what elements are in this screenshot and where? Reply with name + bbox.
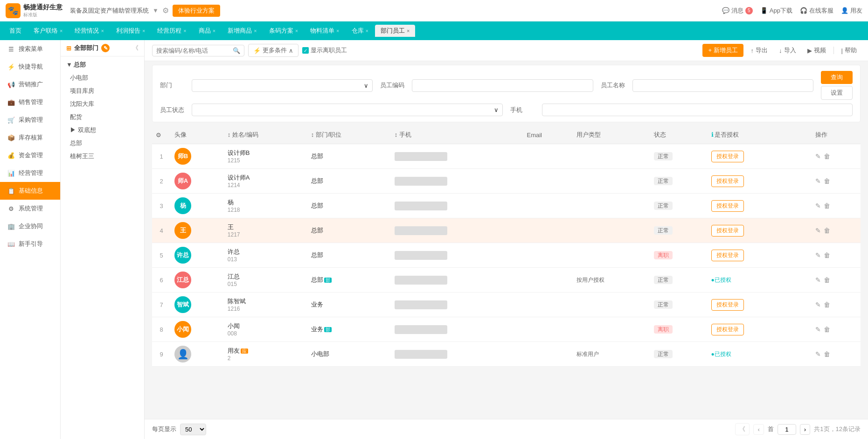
edit-icon[interactable]: ✎: [815, 227, 821, 234]
auth-login-btn[interactable]: 授权登录: [711, 225, 744, 237]
sidebar-item-operation[interactable]: 📊 经营管理: [0, 164, 60, 182]
close-icon[interactable]: ×: [254, 28, 257, 34]
sidebar-item-quick[interactable]: ⚡ 快捷导航: [0, 58, 60, 76]
filter-empname-input[interactable]: [632, 79, 813, 92]
sidebar-item-guide[interactable]: 📖 新手引导: [0, 235, 60, 253]
reset-button[interactable]: 设置: [821, 86, 853, 100]
help-btn[interactable]: | 帮助: [838, 44, 861, 56]
close-icon[interactable]: ×: [213, 28, 215, 34]
delete-icon[interactable]: 🗑: [824, 350, 830, 358]
delete-icon[interactable]: 🗑: [824, 301, 830, 308]
tab-goods[interactable]: 商品 ×: [193, 25, 221, 37]
col-name[interactable]: ↕ 姓名/编码: [224, 126, 307, 144]
sidebar-item-corp[interactable]: 🏢 企业协同: [0, 217, 60, 235]
sidebar-item-search[interactable]: ☰ 搜索菜单: [0, 40, 60, 58]
close-icon[interactable]: ×: [142, 28, 145, 34]
page-next-btn[interactable]: ›: [800, 424, 810, 435]
close-icon[interactable]: ×: [366, 28, 368, 34]
filter-more-btn[interactable]: ⚡ 更多条件 ∧: [248, 44, 299, 57]
auth-login-btn[interactable]: 授权登录: [711, 250, 744, 261]
page-prev-btn[interactable]: ‹: [753, 424, 764, 435]
close-icon[interactable]: ×: [60, 28, 62, 34]
tab-profit[interactable]: 利润报告 ×: [111, 25, 151, 37]
edit-icon[interactable]: ✎: [815, 301, 821, 308]
sidebar-item-basic[interactable]: 📋 基础信息: [0, 182, 60, 200]
filter-empcode-input[interactable]: [412, 79, 593, 92]
dept-node-zongbu[interactable]: 总部: [61, 137, 144, 150]
tab-warehouse[interactable]: 仓库 ×: [346, 25, 374, 37]
auth-login-btn[interactable]: 授权登录: [711, 324, 744, 335]
delete-icon[interactable]: 🗑: [824, 251, 830, 259]
close-icon[interactable]: ×: [101, 28, 104, 34]
tab-operation[interactable]: 经营情况 ×: [69, 25, 109, 37]
sidebar-item-purchase[interactable]: 🛒 采购管理: [0, 111, 60, 129]
app-download-btn[interactable]: 📱 App下载: [760, 7, 792, 15]
import-btn[interactable]: ↓ 导入: [775, 44, 800, 56]
dept-node-peihu[interactable]: 配货: [61, 111, 144, 124]
filter-phone-input[interactable]: [542, 104, 853, 116]
delete-icon[interactable]: 🗑: [824, 177, 830, 185]
auth-login-btn[interactable]: 授权登录: [711, 200, 744, 212]
edit-icon[interactable]: ✎: [815, 276, 821, 284]
dept-node-general[interactable]: ▼ 总部: [61, 58, 144, 71]
add-staff-button[interactable]: + 新增员工: [702, 44, 743, 57]
close-icon[interactable]: ×: [336, 28, 339, 34]
dept-collapse-btn[interactable]: 《: [132, 44, 139, 52]
export-btn[interactable]: ↑ 导出: [747, 44, 772, 56]
dropdown-icon[interactable]: ▼: [153, 7, 159, 14]
edit-icon[interactable]: ✎: [815, 350, 821, 358]
dept-node-project[interactable]: 项目库房: [61, 84, 144, 98]
show-resigned-toggle[interactable]: ✓ 显示离职员工: [302, 46, 347, 55]
delete-icon[interactable]: 🗑: [824, 153, 830, 160]
query-button[interactable]: 查询: [821, 71, 853, 84]
tab-bom[interactable]: 物料清单 ×: [305, 25, 345, 37]
col-phone[interactable]: ↕ 手机: [391, 126, 523, 144]
filter-dept-select[interactable]: ∨: [192, 79, 373, 92]
dept-node-zhishu[interactable]: 植树王三: [61, 150, 144, 163]
tab-home[interactable]: 首页: [4, 25, 27, 37]
user-btn[interactable]: 👤 用友: [841, 7, 862, 15]
tab-dept-staff[interactable]: 部门员工 ×: [375, 25, 415, 37]
edit-icon[interactable]: ✎: [815, 202, 821, 209]
delete-icon[interactable]: 🗑: [824, 227, 830, 234]
message-btn[interactable]: 💬 消息 5: [722, 7, 753, 15]
delete-icon[interactable]: 🗑: [824, 326, 830, 333]
view-btn[interactable]: ▶ 视频: [804, 44, 830, 56]
dept-node-shuangdi[interactable]: ▶ 双底想: [61, 124, 144, 137]
tab-barcode[interactable]: 条码方案 ×: [264, 25, 304, 37]
dept-node-shenyang[interactable]: 沈阳大库: [61, 98, 144, 111]
close-icon[interactable]: ×: [183, 28, 186, 34]
sidebar-item-sales[interactable]: 💼 销售管理: [0, 93, 60, 111]
page-first-btn[interactable]: 《: [735, 423, 750, 435]
delete-icon[interactable]: 🗑: [824, 276, 830, 284]
sidebar-item-marketing[interactable]: 📢 营销推广: [0, 76, 60, 93]
sidebar-item-system[interactable]: ⚙ 系统管理: [0, 200, 60, 217]
search-input[interactable]: [156, 47, 231, 54]
page-size-select[interactable]: 50 100 200: [180, 424, 206, 435]
filter-status-select[interactable]: ∨: [192, 104, 503, 116]
page-number-input[interactable]: [778, 424, 796, 435]
col-dept[interactable]: ↕ 部门/职位: [307, 126, 391, 144]
auth-login-btn[interactable]: 授权登录: [711, 299, 744, 311]
sidebar-item-stock[interactable]: 📦 库存核算: [0, 129, 60, 146]
close-icon[interactable]: ×: [295, 28, 298, 34]
service-btn[interactable]: 🎧 在线客服: [800, 7, 833, 15]
dept-node-xiaodian[interactable]: 小电部: [61, 71, 144, 84]
auth-login-btn[interactable]: 授权登录: [711, 151, 744, 162]
edit-icon[interactable]: ✎: [815, 251, 821, 259]
auth-login-btn[interactable]: 授权登录: [711, 175, 744, 187]
trial-button[interactable]: 体验行业方案: [173, 5, 220, 17]
col-settings[interactable]: ⚙: [152, 126, 171, 144]
tab-history[interactable]: 经营历程 ×: [152, 25, 192, 37]
settings-icon[interactable]: ⚙: [156, 132, 161, 139]
dept-edit-icon[interactable]: ✎: [101, 44, 110, 52]
gear-icon[interactable]: ⚙: [162, 6, 169, 15]
edit-icon[interactable]: ✎: [815, 177, 821, 185]
edit-icon[interactable]: ✎: [815, 326, 821, 333]
tab-customer[interactable]: 客户联络 ×: [28, 25, 68, 37]
edit-icon[interactable]: ✎: [815, 153, 821, 160]
tab-add-goods[interactable]: 新增商品 ×: [222, 25, 262, 37]
sidebar-item-finance[interactable]: 💰 资金管理: [0, 146, 60, 164]
close-icon[interactable]: ×: [407, 28, 410, 34]
delete-icon[interactable]: 🗑: [824, 202, 830, 209]
